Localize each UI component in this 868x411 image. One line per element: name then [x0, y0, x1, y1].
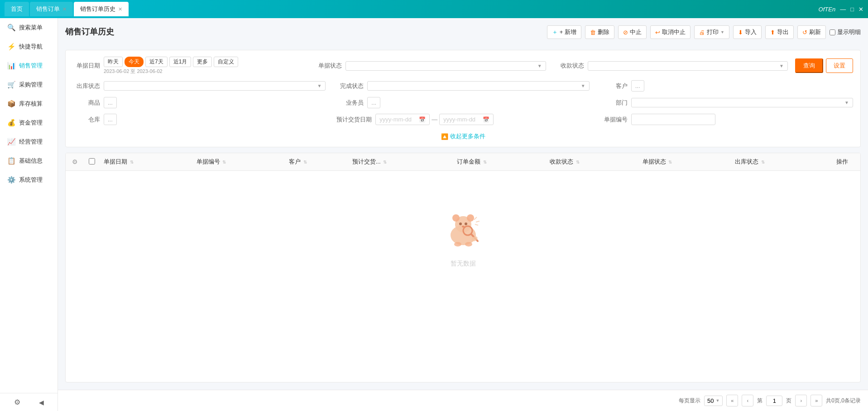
last1m-btn[interactable]: 近1月 — [169, 57, 192, 67]
warehouse-select-btn[interactable]: ... — [104, 114, 117, 125]
sidebar-collapse-btn[interactable]: ◀ — [39, 399, 44, 406]
select-all-checkbox[interactable] — [89, 158, 95, 164]
tab-home-label: 首页 — [11, 5, 23, 13]
customer-control: ... — [631, 80, 853, 92]
doc-status-select[interactable]: ▼ — [345, 61, 546, 71]
th-settings: ⚙ — [66, 153, 84, 171]
th-order-amount[interactable]: 订单金额 ⇅ — [453, 153, 546, 171]
calendar-to-icon: 📅 — [483, 116, 489, 123]
tab-sales-order[interactable]: 销售订单 ✕ — [30, 2, 73, 16]
th-doc-no-sort: ⇅ — [222, 160, 226, 164]
maximize-btn[interactable]: □ — [850, 6, 854, 13]
doc-no-control — [631, 114, 853, 125]
sidebar-item-capital-mgmt[interactable]: 💰 资金管理 — [0, 113, 58, 132]
page-size-select[interactable]: 50 ▼ — [704, 396, 723, 406]
main-layout: 🔍 搜索菜单 ⚡ 快捷导航 📊 销售管理 🛒 采购管理 📦 库存核算 💰 资金管… — [0, 18, 868, 411]
prev-page-btn[interactable]: ‹ — [742, 395, 753, 406]
display-columns-checkbox-wrap: 显示明细 — [830, 28, 861, 36]
refresh-btn[interactable]: ↺ 刷新 — [797, 25, 826, 39]
collapse-row[interactable]: 🔼 收起更多条件 — [73, 131, 853, 140]
operation-mgmt-icon: 📈 — [7, 138, 15, 146]
sidebar-item-inventory-calc[interactable]: 📦 库存核算 — [0, 94, 58, 113]
display-columns-checkbox[interactable] — [830, 29, 835, 35]
next-page-btn[interactable]: › — [795, 395, 807, 406]
basic-info-icon: 📋 — [7, 157, 15, 165]
today-btn[interactable]: 今天 — [125, 57, 144, 67]
sidebar-item-sales-mgmt[interactable]: 📊 销售管理 — [0, 56, 58, 75]
th-checkbox — [84, 153, 100, 171]
close-btn[interactable]: ✕ — [858, 6, 863, 13]
new-btn[interactable]: ＋ + 新增 — [547, 25, 581, 39]
settings-btn[interactable]: 设置 — [826, 58, 853, 73]
th-doc-no[interactable]: 单据编号 ⇅ — [193, 153, 286, 171]
tab-sales-history[interactable]: 销售订单历史 ✕ — [74, 2, 129, 16]
filter-row-3: 商品 ... 业务员 ... 部门 — [73, 97, 853, 108]
tab-home[interactable]: 首页 — [5, 2, 29, 16]
sidebar-settings-btn[interactable]: ⚙ — [14, 398, 20, 406]
doc-no-input[interactable] — [631, 114, 715, 125]
th-doc-date[interactable]: 单据日期 ⇅ — [100, 153, 193, 171]
svg-point-4 — [459, 222, 462, 225]
tab-sales-order-close[interactable]: ✕ — [62, 6, 67, 12]
more-btn[interactable]: 更多 — [193, 57, 212, 67]
date-control: 昨天 今天 近7天 近1月 更多 自定义 2023-06-02 至 2023-0… — [104, 57, 304, 75]
cancel-stop-btn[interactable]: ↩ 取消中止 — [650, 25, 691, 39]
th-doc-date-label: 单据日期 — [104, 158, 127, 165]
sidebar-item-purchase-mgmt[interactable]: 🛒 采购管理 — [0, 75, 58, 94]
last-page-btn[interactable]: » — [810, 395, 822, 406]
yesterday-btn[interactable]: 昨天 — [104, 57, 123, 67]
sidebar-item-operation-mgmt-label: 经营管理 — [19, 138, 43, 146]
goods-select-btn[interactable]: ... — [104, 97, 117, 108]
svg-line-12 — [474, 217, 477, 220]
th-customer[interactable]: 客户 ⇅ — [285, 153, 348, 171]
query-btn[interactable]: 查询 — [795, 58, 823, 73]
sidebar-item-quick-nav[interactable]: ⚡ 快捷导航 — [0, 37, 58, 56]
sidebar-item-capital-mgmt-label: 资金管理 — [19, 119, 43, 127]
customer-select-btn[interactable]: ... — [631, 80, 644, 92]
filter-row-2: 出库状态 ▼ 完成状态 ▼ — [73, 80, 853, 92]
customer-label: 客户 — [600, 82, 628, 90]
page-number-input[interactable] — [766, 396, 782, 406]
sidebar-item-search-menu-label: 搜索菜单 — [19, 24, 43, 32]
export-btn[interactable]: ⬆ 导出 — [765, 25, 794, 39]
th-doc-status[interactable]: 单据状态 ⇅ — [639, 153, 732, 171]
sidebar-item-operation-mgmt[interactable]: 📈 经营管理 — [0, 132, 58, 151]
delivery-date-to[interactable]: yyyy-mm-dd 📅 — [439, 114, 494, 125]
doc-no-label: 单据编号 — [600, 116, 628, 124]
minimize-btn[interactable]: — — [840, 6, 846, 13]
complete-status-select[interactable]: ▼ — [367, 81, 589, 91]
often-label: OfTEn — [819, 6, 836, 13]
print-btn[interactable]: 🖨 打印 ▼ — [694, 25, 729, 39]
import-btn[interactable]: ⬇ 导入 — [733, 25, 762, 39]
first-page-btn[interactable]: « — [726, 395, 738, 406]
th-warehouse-out-status[interactable]: 出库状态 ⇅ — [731, 153, 824, 171]
payment-status-select[interactable]: ▼ — [588, 61, 788, 71]
delete-btn[interactable]: 🗑 删除 — [585, 25, 614, 39]
table-settings-gear[interactable]: ⚙ — [72, 158, 78, 165]
tab-sales-history-close[interactable]: ✕ — [118, 6, 122, 12]
th-expected-delivery[interactable]: 预计交货... ⇅ — [349, 153, 454, 171]
top-bar: 首页 销售订单 ✕ 销售订单历史 ✕ OfTEn — □ ✕ — [0, 0, 868, 18]
sidebar-item-system-mgmt[interactable]: ⚙️ 系统管理 — [0, 170, 58, 189]
import-icon: ⬇ — [738, 29, 743, 36]
warehouse-out-select[interactable]: ▼ — [104, 81, 326, 91]
delivery-date-from[interactable]: yyyy-mm-dd 📅 — [375, 114, 430, 125]
th-payment-status[interactable]: 收款状态 ⇅ — [546, 153, 639, 171]
empty-state-cell: 暂无数据 — [66, 171, 860, 305]
filter-panel: 单据日期 昨天 今天 近7天 近1月 更多 自定义 2023-06-02 至 2… — [65, 50, 861, 147]
sidebar-bottom: ⚙ ◀ — [0, 393, 58, 411]
goods-label: 商品 — [73, 99, 100, 107]
page-title: 销售订单历史 — [65, 26, 114, 37]
filter-doc-status-item: 单据状态 ▼ — [315, 61, 546, 71]
custom-btn[interactable]: 自定义 — [214, 57, 238, 67]
salesperson-select-btn[interactable]: ... — [367, 97, 380, 108]
dept-select[interactable]: ▼ — [631, 98, 853, 107]
last7-btn[interactable]: 近7天 — [145, 57, 168, 67]
stop-btn[interactable]: ⊘ 中止 — [618, 25, 647, 39]
sidebar-item-search-menu[interactable]: 🔍 搜索菜单 — [0, 18, 58, 37]
filter-salesperson-item: 业务员 ... — [336, 97, 589, 108]
search-menu-icon: 🔍 — [7, 24, 15, 32]
dept-arrow-icon: ▼ — [844, 100, 849, 105]
filter-doc-no-item: 单据编号 — [600, 114, 853, 125]
sidebar-item-basic-info[interactable]: 📋 基础信息 — [0, 151, 58, 170]
